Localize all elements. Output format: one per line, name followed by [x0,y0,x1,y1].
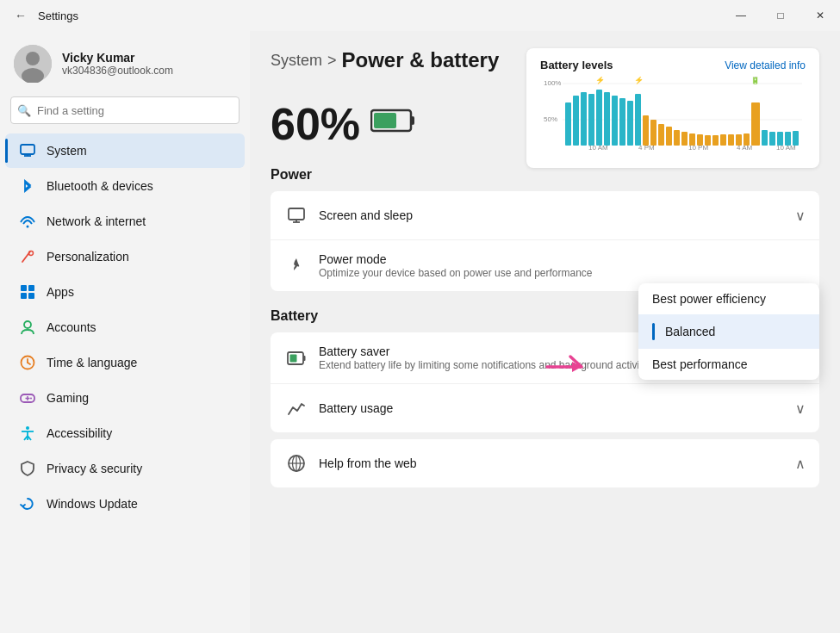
battery-percentage: 60% [271,98,360,150]
sidebar-item-bluetooth[interactable]: Bluetooth & devices [5,169,245,203]
maximize-button[interactable]: □ [761,0,800,31]
sidebar-item-label-privacy: Privacy & security [47,462,142,475]
search-input[interactable] [10,96,240,124]
help-web-row[interactable]: Help from the web ∧ [271,439,819,487]
user-info: Vicky Kumar vk304836@outlook.com [62,51,173,77]
svg-rect-12 [28,293,34,299]
sidebar-item-apps[interactable]: Apps [5,275,245,309]
svg-rect-37 [596,90,602,146]
screen-sleep-title: Screen and sleep [319,208,795,222]
power-mode-subtitle: Optimize your device based on power use … [319,267,806,279]
sidebar-item-label-bluetooth: Bluetooth & devices [47,179,153,193]
svg-text:4 PM: 4 PM [638,144,655,152]
screen-sleep-row[interactable]: Screen and sleep ∨ [271,191,819,240]
dropdown-best-performance[interactable]: Best performance [638,349,819,380]
svg-rect-57 [751,102,760,146]
user-email: vk304836@outlook.com [62,65,173,77]
svg-rect-33 [565,102,571,146]
svg-text:10 PM: 10 PM [688,144,708,152]
svg-text:10 AM: 10 AM [776,144,796,152]
help-web-chevron: ∧ [795,456,806,472]
sidebar-item-privacy[interactable]: Privacy & security [5,451,245,486]
close-button[interactable]: ✕ [800,0,840,31]
dropdown-best-efficiency[interactable]: Best power efficiency [638,283,819,314]
view-detailed-link[interactable]: View detailed info [725,59,806,71]
power-mode-title: Power mode [319,252,806,266]
svg-rect-42 [635,94,641,146]
accounts-icon [19,319,36,336]
sidebar-item-label-apps: Apps [47,285,74,299]
svg-rect-44 [650,120,656,146]
sidebar-item-system[interactable]: System [5,133,245,168]
svg-rect-36 [588,94,594,146]
sidebar-item-accounts[interactable]: Accounts [5,310,245,344]
svg-rect-43 [643,115,649,146]
svg-rect-3 [21,145,34,154]
titlebar: ← Settings — □ ✕ [0,0,840,31]
breadcrumb-system: System [271,52,322,70]
svg-rect-9 [21,285,27,291]
battery-usage-row[interactable]: Battery usage ∨ [271,384,819,432]
bluetooth-icon [19,177,36,195]
svg-point-6 [27,226,29,228]
update-icon [19,495,36,512]
svg-rect-39 [612,96,618,146]
battery-usage-icon [284,396,308,420]
svg-rect-45 [658,124,664,146]
window-controls: — □ ✕ [721,0,840,31]
help-web-icon [284,451,308,475]
svg-text:10 AM: 10 AM [588,144,608,152]
svg-rect-59 [769,132,775,146]
sidebar-item-time[interactable]: Time & language [5,345,245,380]
sidebar-item-update[interactable]: Windows Update [5,487,245,521]
chart-header: Battery levels View detailed info [540,59,806,71]
sidebar-item-label-gaming: Gaming [47,391,89,405]
svg-point-8 [29,251,34,256]
minimize-button[interactable]: — [721,0,761,31]
user-profile[interactable]: Vicky Kumar vk304836@outlook.com [0,31,250,93]
content-area: Battery levels View detailed info 100% 5… [250,31,840,633]
battery-usage-title: Battery usage [319,401,795,415]
time-icon [19,354,36,371]
dropdown-balanced[interactable]: Balanced [638,314,819,349]
svg-rect-34 [573,96,579,146]
search-box[interactable]: 🔍 [10,96,240,124]
battery-usage-chevron: ∨ [795,400,806,417]
help-card: Help from the web ∧ [271,439,819,487]
sidebar-item-label-update: Windows Update [47,497,138,511]
battery-usage-text: Battery usage [319,401,795,415]
power-mode-text: Power mode Optimize your device based on… [319,252,806,279]
gaming-icon [19,389,36,406]
accessibility-icon [19,425,36,442]
svg-rect-77 [303,356,306,361]
svg-rect-35 [581,92,587,146]
screen-sleep-icon [284,203,308,227]
svg-text:4 AM: 4 AM [737,144,753,152]
sidebar-item-gaming[interactable]: Gaming [5,381,245,415]
sidebar-item-network[interactable]: Network & internet [5,204,245,239]
sidebar-item-accessibility[interactable]: Accessibility [5,416,245,450]
help-web-text: Help from the web [319,456,795,470]
sidebar-item-label-time: Time & language [47,356,137,369]
best-efficiency-label: Best power efficiency [652,292,766,306]
svg-rect-11 [21,293,27,299]
power-section-title: Power [271,167,819,183]
help-web-right: ∧ [795,456,806,472]
power-mode-icon [284,254,308,278]
privacy-icon [19,460,36,477]
svg-point-21 [26,426,29,430]
network-icon [19,213,36,230]
back-button[interactable]: ← [10,5,31,26]
svg-rect-54 [728,134,734,146]
svg-rect-41 [627,101,633,146]
sidebar-item-personalization[interactable]: Personalization [5,239,245,274]
balanced-indicator [652,323,655,340]
svg-rect-48 [681,132,688,146]
svg-text:50%: 50% [544,115,557,123]
best-performance-label: Best performance [652,357,748,371]
battery-saver-icon [284,346,308,370]
power-mode-row[interactable]: Power mode Optimize your device based on… [271,240,819,291]
page-title: Power & battery [342,48,500,72]
help-web-title: Help from the web [319,456,795,470]
svg-rect-70 [374,113,396,128]
